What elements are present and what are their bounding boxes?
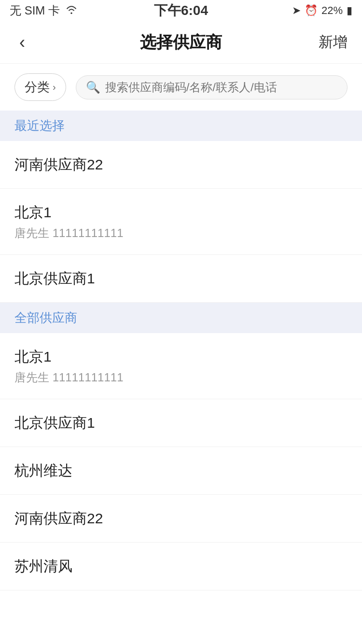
item-name: 北京1	[14, 202, 348, 223]
item-contact: 唐先生 11111111111	[14, 370, 348, 385]
recent-list-item[interactable]: 北京1唐先生 11111111111	[0, 189, 362, 255]
status-bar: 无 SIM 卡 下午6:04 ➤ ⏰ 22% ▮	[0, 0, 362, 21]
item-name: 北京供应商1	[14, 268, 348, 289]
add-button[interactable]: 新增	[319, 32, 348, 52]
category-filter-button[interactable]: 分类 ›	[14, 73, 66, 101]
recent-list-item[interactable]: 北京供应商1	[0, 255, 362, 303]
all-list-item[interactable]: 苏州清风	[0, 543, 362, 590]
battery-icon: ▮	[347, 4, 352, 17]
item-contact: 唐先生 11111111111	[14, 225, 348, 241]
all-section-header: 全部供应商	[0, 303, 362, 333]
alarm-icon: ⏰	[305, 4, 318, 17]
recent-section-header: 最近选择	[0, 111, 362, 141]
all-list-item[interactable]: 杭州维达	[0, 447, 362, 495]
search-input[interactable]	[105, 81, 337, 94]
item-name: 杭州维达	[14, 461, 348, 481]
item-name: 北京供应商1	[14, 413, 348, 433]
recent-list: 河南供应商22北京1唐先生 11111111111北京供应商1	[0, 141, 362, 303]
item-name: 苏州清风	[14, 556, 348, 576]
search-icon: 🔍	[86, 81, 100, 94]
carrier-text: 无 SIM 卡	[10, 3, 60, 18]
battery-text: 22%	[321, 4, 343, 17]
item-name: 北京1	[14, 347, 348, 367]
all-list-item[interactable]: 北京供应商1	[0, 399, 362, 447]
item-name: 河南供应商22	[14, 508, 348, 529]
filter-row: 分类 › 🔍	[0, 64, 362, 111]
all-list: 北京1唐先生 11111111111北京供应商1杭州维达河南供应商22苏州清风	[0, 333, 362, 590]
nav-bar: ‹ 选择供应商 新增	[0, 21, 362, 64]
location-icon: ➤	[292, 4, 301, 17]
recent-section-label: 最近选择	[14, 118, 65, 133]
back-button[interactable]: ‹	[14, 28, 30, 57]
status-right: ➤ ⏰ 22% ▮	[292, 4, 352, 17]
item-name: 河南供应商22	[14, 154, 348, 175]
chevron-right-icon: ›	[53, 82, 56, 93]
search-box[interactable]: 🔍	[76, 75, 348, 99]
page-title: 选择供应商	[140, 31, 222, 54]
category-label: 分类	[25, 79, 50, 96]
all-list-item[interactable]: 河南供应商22	[0, 495, 362, 543]
status-time: 下午6:04	[154, 1, 208, 20]
wifi-icon	[65, 4, 78, 17]
all-list-item[interactable]: 北京1唐先生 11111111111	[0, 333, 362, 399]
status-left: 无 SIM 卡	[10, 3, 78, 18]
recent-list-item[interactable]: 河南供应商22	[0, 141, 362, 189]
